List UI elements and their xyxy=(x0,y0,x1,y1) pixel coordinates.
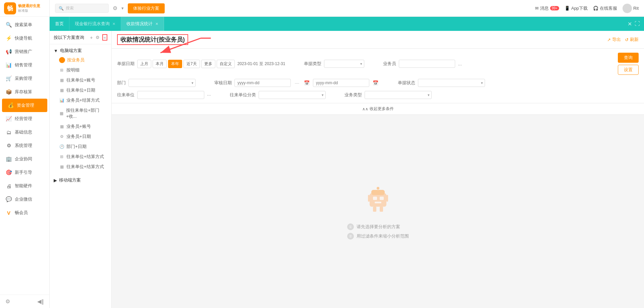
scheme-item-salesperson-account[interactable]: ▦ 业务员+账号 xyxy=(50,121,111,132)
online-service-button[interactable]: 🎧 在线客服 xyxy=(593,5,617,11)
sidebar-item-label: 采购管理 xyxy=(15,75,32,82)
scheme-item-counterpart-settlement1[interactable]: ⊞ 往来单位+结算方式 xyxy=(50,152,111,162)
scheme-item-salesperson-settlement[interactable]: 📊 业务员+结算方式 xyxy=(50,95,111,105)
export-icon: ↗ xyxy=(607,37,611,42)
hint-item-1: ① 请先选择要分析的方案 xyxy=(347,223,409,230)
svg-rect-7 xyxy=(380,207,383,212)
review-date-from-input[interactable] xyxy=(234,79,291,87)
topbar-chevron-icon[interactable]: ▾ xyxy=(121,6,124,11)
refresh-icon: ↺ xyxy=(625,37,629,42)
tab-collection-stats-close[interactable]: ✕ xyxy=(155,22,158,26)
scheme-collapse-icon[interactable]: « xyxy=(102,34,107,41)
sidebar-item-hardware[interactable]: 🖨 智能硬件 xyxy=(0,179,49,193)
tab-bank-flow-close[interactable]: ✕ xyxy=(112,22,115,26)
doc-status-select-wrapper xyxy=(418,79,485,87)
tab-collection-stats[interactable]: 收款情况统计 ✕ xyxy=(121,17,164,31)
scheme-item-label: 往来单位+账号 xyxy=(66,77,95,83)
sidebar-item-enterprise[interactable]: 🏢 企业协同 xyxy=(0,152,49,166)
voucher-type-select[interactable] xyxy=(324,60,364,68)
scheme-item-detail[interactable]: ⊞ 按明细 xyxy=(50,65,111,75)
messages-button[interactable]: ✉ 消息 99+ xyxy=(535,5,559,11)
user-profile[interactable]: Rit xyxy=(623,4,639,13)
query-button[interactable]: 查询 xyxy=(618,53,639,63)
scheme-item-counterpart-account[interactable]: ▦ 往来单位+账号 xyxy=(50,75,111,85)
page-header: 收款情况统计(按业务员) ↗ 导出 ↺ 刷新 xyxy=(112,31,644,49)
sidebar-item-basic-info[interactable]: 🗂 基础信息 xyxy=(0,125,49,139)
tab-home[interactable]: 首页 xyxy=(50,17,69,31)
salesperson-more-icon[interactable]: ... xyxy=(458,61,462,66)
business-type-select[interactable] xyxy=(365,91,432,99)
sidebar-item-marketing[interactable]: 📢 营销推广 xyxy=(0,45,49,58)
scheme-item-by-salesperson[interactable]: 按业务员 xyxy=(50,55,111,65)
tab-maximize-icon[interactable]: ⛶ xyxy=(635,21,640,27)
scheme-item-label: 往来单位+日期 xyxy=(66,87,95,93)
empty-hints: ① 请先选择要分析的方案 ② 用过滤条件来缩小分析范围 xyxy=(347,223,409,240)
scheme-settings-icon[interactable]: ⚙ xyxy=(96,35,100,40)
page-actions: ↗ 导出 ↺ 刷新 xyxy=(607,37,639,43)
sidebar-item-label: 新手引导 xyxy=(15,169,32,175)
trial-button[interactable]: 体验行业方案 xyxy=(128,3,165,13)
date-btn-last-month[interactable]: 上月 xyxy=(137,60,151,68)
operations-icon: 📈 xyxy=(5,115,12,122)
app-download-button[interactable]: 📱 App下载 xyxy=(565,5,588,11)
scheme-item-counterpart-settlement2[interactable]: ▦ 往来单位+结算方式 xyxy=(50,162,111,172)
scheme-item-dept-date[interactable]: 🕐 部门+日期 xyxy=(50,142,111,152)
counterpart-more-icon[interactable]: ··· xyxy=(207,92,211,98)
tab-close-window-icon[interactable]: ✕ xyxy=(628,21,632,27)
settings-footer-icon[interactable]: ⚙ xyxy=(5,298,10,305)
topbar-gear-icon[interactable]: ⚙ xyxy=(113,5,117,11)
filter-review-date-item: 审核日期 — 📅 📅 xyxy=(214,79,379,87)
sidebar-item-purchase[interactable]: 🛒 采购管理 xyxy=(0,72,49,85)
department-select-wrapper xyxy=(128,79,196,87)
scheme-header: 按以下方案查询 + ⚙ « xyxy=(50,31,111,44)
doc-status-select[interactable] xyxy=(418,79,485,87)
sidebar-item-quick-nav[interactable]: ⚡ 快捷导航 xyxy=(0,32,49,45)
date-btn-more[interactable]: 更多 xyxy=(201,60,215,68)
hardware-icon: 🖨 xyxy=(5,183,12,189)
refresh-button[interactable]: ↺ 刷新 xyxy=(625,37,639,43)
collapse-bar[interactable]: ∧∧ 收起更多条件 xyxy=(112,103,644,115)
filter-salesperson-item: 业务员 ... xyxy=(383,60,462,68)
salesperson-input[interactable] xyxy=(399,60,455,68)
sidebar-item-inventory[interactable]: 📦 库存核算 xyxy=(0,85,49,99)
date-btn-custom[interactable]: 自定义 xyxy=(217,60,235,68)
date-btn-this-month[interactable]: 本月 xyxy=(153,60,167,68)
scheme-item-salesperson-date[interactable]: ⚙ 业务员+日期 xyxy=(50,132,111,142)
counterpart-category-label: 往来单位分类 xyxy=(230,92,256,98)
settings-button[interactable]: 设置 xyxy=(618,65,639,75)
service-icon: 🎧 xyxy=(593,6,598,11)
scheme-item-counterpart-dept[interactable]: ▦ 按往来单位+部门+收... xyxy=(50,105,111,121)
voucher-type-select-wrapper xyxy=(324,60,364,68)
tab-bank-flow[interactable]: 现金银行流水查询 ✕ xyxy=(69,17,121,31)
export-button[interactable]: ↗ 导出 xyxy=(607,37,621,43)
scheme-section-desktop: ▼ 电脑端方案 按业务员 ⊞ 按明细 ▦ 往来单位+账号 ▦ xyxy=(50,44,111,174)
counterpart-input[interactable] xyxy=(137,91,204,99)
filter-counterpart-item: 往来单位 ··· xyxy=(117,91,211,99)
sidebar-item-wechat[interactable]: 💬 企业微信 xyxy=(0,193,49,206)
app-download-label: App下载 xyxy=(571,5,588,11)
sidebar-item-system[interactable]: ⚙ 系统管理 xyxy=(0,139,49,152)
tab-collection-stats-label: 收款情况统计 xyxy=(126,21,153,27)
sidebar-item-guide[interactable]: 🎯 新手引导 xyxy=(0,166,49,179)
svg-rect-6 xyxy=(373,207,376,212)
scheme-section-mobile-title[interactable]: ▶ 移动端方案 xyxy=(50,176,111,185)
right-content: 收款情况统计(按业务员) ↗ 导出 ↺ 刷新 单据日期 xyxy=(112,31,644,308)
topbar-search-box[interactable]: 🔍 搜索 xyxy=(55,4,109,13)
date-btn-this-year[interactable]: 本年 xyxy=(168,60,182,68)
collapse-sidebar-icon[interactable]: ◀‖ xyxy=(37,298,44,305)
counterpart-category-select[interactable] xyxy=(259,91,326,99)
sidebar-item-finance[interactable]: 💰 资金管理 xyxy=(2,99,47,112)
sidebar-item-sales[interactable]: 📊 销售管理 xyxy=(0,58,49,72)
sidebar-item-operations[interactable]: 📈 经营管理 xyxy=(0,112,49,125)
scheme-item-counterpart-date[interactable]: ▦ 往来单位+日期 xyxy=(50,85,111,95)
scheme-section-desktop-title[interactable]: ▼ 电脑端方案 xyxy=(50,46,111,55)
sidebar-item-vip[interactable]: V 畅会员 xyxy=(0,206,49,219)
scheme-item-label: 业务员+账号 xyxy=(66,123,91,130)
sidebar-item-search[interactable]: 🔍 搜索菜单 xyxy=(0,18,49,32)
sidebar-item-label: 销售管理 xyxy=(15,62,32,68)
scheme-add-icon[interactable]: + xyxy=(90,35,93,40)
table-icon: ▦ xyxy=(59,78,64,83)
review-date-to-input[interactable] xyxy=(313,79,369,87)
date-btn-7days[interactable]: 近7天 xyxy=(183,60,200,68)
department-select[interactable] xyxy=(128,79,196,87)
